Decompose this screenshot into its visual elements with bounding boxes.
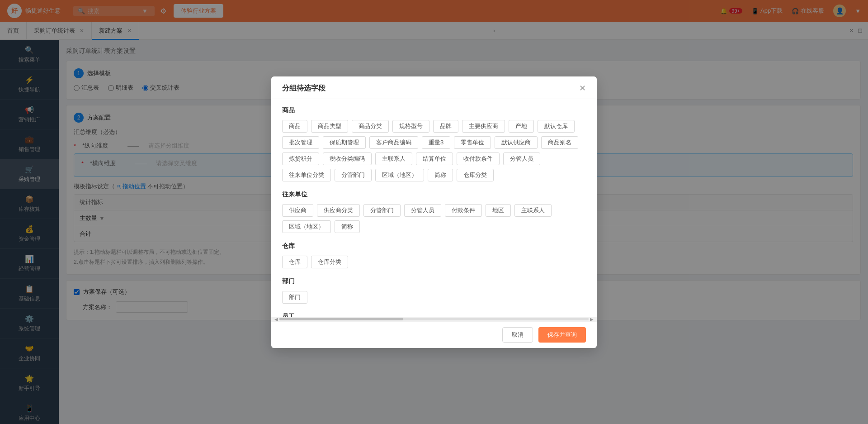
field-lwdwfl[interactable]: 往来单位分类 xyxy=(282,169,331,181)
section-warehouse: 仓库 仓库 仓库分类 xyxy=(282,242,586,268)
field-mrgys[interactable]: 默认供应商 xyxy=(495,136,538,149)
field-khspbm[interactable]: 客户商品编码 xyxy=(369,136,418,149)
section-counterpart: 往来单位 供应商 供应商分类 分管部门 分管人员 付款条件 地区 主联系人 区域… xyxy=(282,191,586,233)
field-fgbm2[interactable]: 分管部门 xyxy=(363,204,401,217)
modal-close-btn[interactable]: ✕ xyxy=(579,84,586,92)
modal-footer: 取消 保存并查询 xyxy=(271,321,597,348)
field-ssfllbm[interactable]: 税收分类编码 xyxy=(323,152,372,165)
field-zlxsr[interactable]: 主联系人 xyxy=(375,152,412,165)
field-phjf[interactable]: 拣货积分 xyxy=(282,152,319,165)
section-department: 部门 部门 xyxy=(282,277,586,304)
field-gys[interactable]: 供应商 xyxy=(282,204,313,217)
field-dq[interactable]: 地区 xyxy=(486,204,511,217)
hscroll-track xyxy=(279,318,589,320)
section-department-title: 部门 xyxy=(282,277,586,286)
field-zfktj[interactable]: 收付款条件 xyxy=(457,152,500,165)
section-product-fields: 商品 商品类型 商品分类 规格型号 品牌 主要供应商 产地 默认仓库 批次管理 … xyxy=(282,120,586,181)
field-jsdw[interactable]: 结算单位 xyxy=(416,152,453,165)
section-employee: 员工 业务员 xyxy=(282,313,586,317)
section-product-title: 商品 xyxy=(282,106,586,114)
confirm-button[interactable]: 保存并查询 xyxy=(538,327,586,343)
field-zygys[interactable]: 主要供应商 xyxy=(462,120,505,133)
field-zlxsr2[interactable]: 主联系人 xyxy=(514,204,552,217)
section-employee-title: 员工 xyxy=(282,313,586,317)
section-counterpart-title: 往来单位 xyxy=(282,191,586,199)
field-spbm[interactable]: 商品别名 xyxy=(541,136,578,149)
field-fgbm[interactable]: 分管部门 xyxy=(335,169,372,181)
field-mrck[interactable]: 默认仓库 xyxy=(538,120,575,133)
field-jc[interactable]: 简称 xyxy=(428,169,453,181)
field-ck[interactable]: 仓库 xyxy=(282,256,307,268)
section-department-fields: 部门 xyxy=(282,291,586,304)
cancel-button[interactable]: 取消 xyxy=(502,327,533,343)
field-bqqgl[interactable]: 保质期管理 xyxy=(323,136,366,149)
field-gglx[interactable]: 规格型号 xyxy=(392,120,429,133)
field-cd[interactable]: 产地 xyxy=(509,120,534,133)
field-ckfl2[interactable]: 仓库分类 xyxy=(311,256,348,268)
modal-title: 分组待选字段 xyxy=(282,84,326,93)
section-product: 商品 商品 商品类型 商品分类 规格型号 品牌 主要供应商 产地 默认仓库 批次… xyxy=(282,106,586,181)
field-lsdw[interactable]: 零售单位 xyxy=(454,136,491,149)
field-splx[interactable]: 商品类型 xyxy=(311,120,348,133)
modal-body[interactable]: 商品 商品 商品类型 商品分类 规格型号 品牌 主要供应商 产地 默认仓库 批次… xyxy=(271,99,597,317)
field-jc2[interactable]: 简称 xyxy=(335,220,360,233)
modal-overlay: 分组待选字段 ✕ 商品 商品 商品类型 商品分类 规格型号 品牌 主要供应商 产… xyxy=(0,0,868,424)
field-spfl[interactable]: 商品分类 xyxy=(352,120,389,133)
modal-hscroll[interactable]: ◀ ▶ xyxy=(271,317,597,321)
field-select-modal: 分组待选字段 ✕ 商品 商品 商品类型 商品分类 规格型号 品牌 主要供应商 产… xyxy=(271,76,597,348)
section-warehouse-title: 仓库 xyxy=(282,242,586,250)
field-zl3[interactable]: 重量3 xyxy=(422,136,450,149)
field-bm[interactable]: 部门 xyxy=(282,291,307,304)
field-ckfl[interactable]: 仓库分类 xyxy=(457,169,494,181)
field-fgry2[interactable]: 分管人员 xyxy=(404,204,441,217)
field-fgry[interactable]: 分管人员 xyxy=(503,152,540,165)
field-qydq2[interactable]: 区域（地区） xyxy=(282,220,331,233)
field-gysfl[interactable]: 供应商分类 xyxy=(317,204,360,217)
field-fktj[interactable]: 付款条件 xyxy=(445,204,482,217)
field-sp[interactable]: 商品 xyxy=(282,120,307,133)
section-warehouse-fields: 仓库 仓库分类 xyxy=(282,256,586,268)
field-pcgl[interactable]: 批次管理 xyxy=(282,136,319,149)
hscroll-thumb[interactable] xyxy=(279,318,403,320)
section-counterpart-fields: 供应商 供应商分类 分管部门 分管人员 付款条件 地区 主联系人 区域（地区） … xyxy=(282,204,586,233)
modal-header: 分组待选字段 ✕ xyxy=(271,76,597,99)
field-pp[interactable]: 品牌 xyxy=(433,120,458,133)
field-qydq[interactable]: 区域（地区） xyxy=(375,169,424,181)
